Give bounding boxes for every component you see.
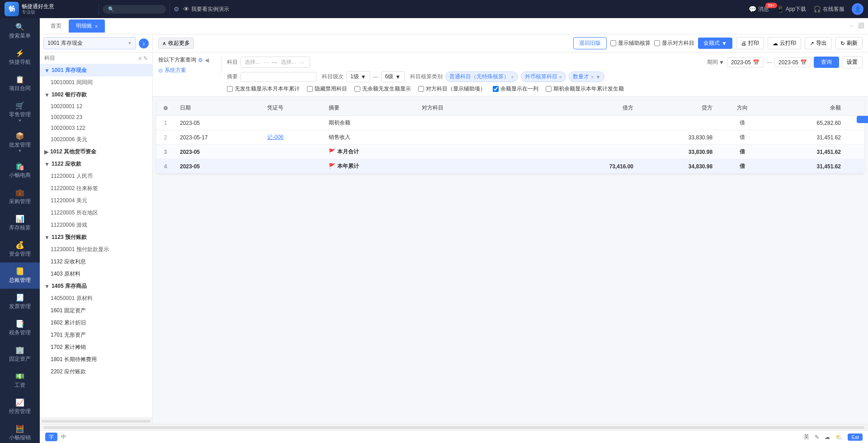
- system-plan-btn[interactable]: ⊙ 系统方案: [158, 67, 216, 74]
- tab-close-icon[interactable]: ×: [95, 24, 98, 29]
- right-panel-btn[interactable]: Eat: [848, 433, 863, 441]
- tree-item-1801[interactable]: 1801 长期待摊费用: [40, 353, 152, 366]
- checkbox-hide-disabled[interactable]: 隐藏禁用科目: [307, 85, 347, 93]
- subject-level-from[interactable]: 1级 ▼: [346, 71, 370, 82]
- checkbox-balance-one-col[interactable]: 余额显示在一列: [493, 85, 538, 93]
- sidebar-item-salary[interactable]: 💵 工资: [0, 367, 40, 394]
- currency-btn[interactable]: 金额式 ▼: [698, 38, 732, 49]
- nav-forward-btn[interactable]: ›: [139, 38, 149, 48]
- sidebar-item-quick-nav[interactable]: ⚡ 快捷导航: [0, 44, 40, 71]
- period-to-input[interactable]: 2023-05 📅: [774, 57, 811, 67]
- tree-item-11220001[interactable]: 11220001 人民币: [40, 170, 152, 182]
- tree-collapse-icon[interactable]: ≡: [138, 55, 142, 62]
- user-avatar[interactable]: 👤: [852, 3, 863, 15]
- sidebar-item-inventory[interactable]: 📊 库存核算: [0, 210, 40, 236]
- tree-item-11220004[interactable]: 11220004 美元: [40, 195, 152, 207]
- sidebar-item-operations[interactable]: 📈 经营管理: [0, 394, 40, 420]
- show-aux-calc-checkbox[interactable]: 显示辅助核算: [610, 39, 651, 47]
- tree-item-1122[interactable]: ▼ 1122 应收款: [40, 158, 152, 170]
- tab-home[interactable]: 首页: [43, 19, 69, 33]
- setting-btn[interactable]: 设置: [842, 56, 863, 68]
- sidebar-item-invoice[interactable]: 🧾 发票管理: [0, 289, 40, 315]
- sidebar-item-tax[interactable]: 📑 税务管理: [0, 315, 40, 341]
- main-horizontal-scrollbar[interactable]: [43, 426, 864, 429]
- tree-item-1602[interactable]: 1602 累计折旧: [40, 317, 152, 329]
- demo-btn[interactable]: 👁 我要看实例演示: [183, 5, 229, 13]
- tree-item-10010001[interactable]: 10010001 同同同: [40, 76, 152, 89]
- collapse-icon[interactable]: ◀: [205, 57, 209, 63]
- subject-level-to[interactable]: 6级 ▼: [381, 71, 405, 82]
- tag-close-2[interactable]: ×: [591, 74, 594, 80]
- sidebar-item-ecommerce[interactable]: 🛍️ 小畅电商: [0, 157, 40, 184]
- settings-icon[interactable]: ⚙: [174, 5, 179, 13]
- window-maximize-icon[interactable]: ⬜: [858, 22, 864, 30]
- period-type-label[interactable]: 期间 ▼: [707, 58, 724, 66]
- tree-item-1132[interactable]: 1132 应收利息: [40, 256, 152, 268]
- tag-close-0[interactable]: ×: [511, 74, 514, 80]
- sidebar-item-project[interactable]: 📋 项目合同: [0, 71, 40, 97]
- sidebar-item-retail[interactable]: 🛒 零售管理 ▼: [0, 97, 40, 127]
- tree-item-1123[interactable]: ▼ 1123 预付账款: [40, 231, 152, 243]
- tree-item-10020006[interactable]: 10020006 美元: [40, 133, 152, 146]
- tree-item-1403[interactable]: 1403 原材料: [40, 268, 152, 280]
- tree-item-1601[interactable]: 1601 固定资产: [40, 305, 152, 317]
- message-btn[interactable]: 💬 消息 99+: [749, 5, 769, 13]
- tree-item-1002[interactable]: ▼ 1002 银行存款: [40, 89, 152, 101]
- lang-en-btn[interactable]: 英: [804, 433, 809, 441]
- tree-item-2202[interactable]: 2202 应付账款: [40, 366, 152, 378]
- app-download-btn[interactable]: 📱 App下载: [776, 5, 806, 13]
- query-btn[interactable]: 查询: [814, 57, 839, 68]
- summary-input[interactable]: [241, 72, 316, 82]
- tree-item-11220006[interactable]: 11220006 游戏: [40, 219, 152, 231]
- tree-item-10020003[interactable]: 10020003 122: [40, 123, 152, 133]
- sidebar-item-purchase[interactable]: 💼 采购管理: [0, 184, 40, 210]
- sidebar-item-fixed-assets[interactable]: 🏢 固定资产: [0, 341, 40, 367]
- settings-side-tab[interactable]: 设置: [857, 116, 868, 123]
- checkbox-opening-balance[interactable]: 期初余额显示本年累计发生额: [546, 85, 624, 93]
- export-btn[interactable]: ↗ 导出: [805, 37, 832, 49]
- tag-close-1[interactable]: ×: [559, 74, 562, 80]
- dropdown-icon[interactable]: ▼: [595, 74, 600, 80]
- filter-settings-icon[interactable]: ⚙: [198, 57, 203, 63]
- tree-item-1012[interactable]: ▶ 1012 其他货币资金: [40, 146, 152, 158]
- subject-input[interactable]: 选择... ··· — 选择... ···: [241, 57, 310, 68]
- edit-icon[interactable]: ✎: [815, 434, 819, 440]
- checkbox-contra[interactable]: 对方科目（显示辅助项）: [418, 85, 486, 93]
- table-row-total: 4 2023-05 🚩本年累计 73,416.00 34,830.98 借: [156, 159, 864, 174]
- sidebar-item-ledger[interactable]: 📒 总账管理: [0, 262, 40, 289]
- sidebar-item-search[interactable]: 🔍 搜索菜单: [0, 18, 40, 44]
- sidebar-item-wholesale[interactable]: 📦 批发管理 ▼: [0, 127, 40, 157]
- checkbox-no-zero[interactable]: 无余额无发生额显示: [354, 85, 411, 93]
- status-btn-main[interactable]: 字: [45, 433, 57, 441]
- tree-item-11220002[interactable]: 11220002 往来标签: [40, 182, 152, 195]
- period-from-input[interactable]: 2023-05 📅: [727, 57, 764, 67]
- print-btn[interactable]: 🖨 打印: [736, 37, 764, 49]
- online-service-btn[interactable]: 🎧 在线客服: [813, 5, 844, 13]
- checkbox-no-balance[interactable]: 无发生额显示本月本年累计: [227, 85, 300, 93]
- show-contra-checkbox[interactable]: 显示对方科目: [654, 39, 694, 47]
- sidebar-item-capital[interactable]: 💰 资金管理: [0, 236, 40, 262]
- col-settings[interactable]: ⚙: [156, 100, 175, 116]
- tree-item-1702[interactable]: 1702 累计摊销: [40, 341, 152, 353]
- tree-item-11220005[interactable]: 11220005 所在地区: [40, 207, 152, 219]
- cloud-print-btn[interactable]: ☁ 云打印: [768, 37, 801, 49]
- tree-item-10020002[interactable]: 10020002 23: [40, 112, 152, 123]
- row-voucher-2[interactable]: 记-006: [262, 130, 323, 145]
- tree-item-14050001[interactable]: 14050001 原材料: [40, 292, 152, 305]
- tree-item-11230001[interactable]: 11230001 预付款款显示: [40, 243, 152, 256]
- refresh-btn[interactable]: ↻ 刷新: [835, 37, 863, 49]
- account-selector[interactable]: 1001 库存现金 ▼: [43, 37, 136, 49]
- lang-cn-label[interactable]: 中: [61, 433, 66, 440]
- expand-btn[interactable]: ∧ 收起更多: [158, 38, 194, 49]
- tree-item-10020001[interactable]: 10020001 12: [40, 101, 152, 112]
- tree-item-1001[interactable]: ▼ 1001 库存现金: [40, 64, 152, 76]
- window-minimize-icon[interactable]: －: [849, 22, 854, 30]
- horizontal-scrollbar[interactable]: [42, 420, 151, 423]
- tree-item-1701[interactable]: 1701 无形资产: [40, 329, 152, 341]
- cloud-print-icon: ☁: [773, 40, 778, 47]
- back-to-old-btn[interactable]: 退回旧版: [573, 37, 607, 49]
- sidebar-item-sales-report[interactable]: 🧮 小畅报销: [0, 420, 40, 443]
- tab-detail[interactable]: 明细账 ×: [69, 19, 105, 33]
- tree-filter-icon[interactable]: ✎: [143, 55, 148, 62]
- tree-item-1405[interactable]: ▼ 1405 库存商品: [40, 280, 152, 292]
